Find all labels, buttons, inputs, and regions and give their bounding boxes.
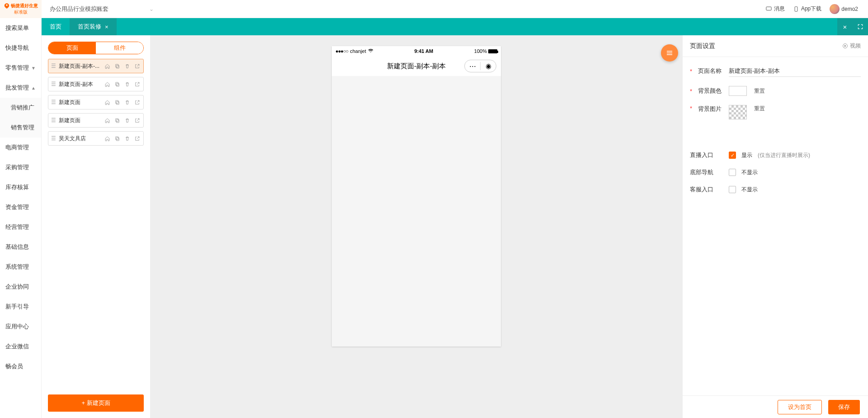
avatar	[830, 4, 840, 14]
svg-rect-7	[115, 100, 118, 104]
drag-icon[interactable]: ☰	[51, 81, 56, 87]
live-entry-row: 直播入口 ✓ 显示 (仅当进行直播时展示)	[690, 151, 861, 159]
sidebar-item[interactable]: 企业协同	[0, 277, 41, 297]
home-icon[interactable]	[104, 81, 111, 88]
sidebar: 搜索菜单快捷导航零售管理▼批发管理▲营销推广销售管理电商管理采购管理库存核算资金…	[0, 18, 42, 418]
service-entry-checkbox[interactable]	[729, 186, 736, 193]
new-page-button[interactable]: + 新建页面	[48, 394, 144, 412]
messages-link[interactable]: 消息	[765, 5, 785, 13]
page-list-item[interactable]: ☰新建页面-副本-...	[48, 59, 144, 73]
copy-icon[interactable]	[113, 81, 121, 88]
sidebar-item[interactable]: 应用中心	[0, 317, 41, 337]
external-icon[interactable]	[133, 135, 141, 142]
sidebar-item[interactable]: 批发管理▲	[0, 78, 41, 98]
user-menu[interactable]: demo2	[830, 4, 858, 14]
drag-icon[interactable]: ☰	[51, 135, 56, 142]
tab-page-decor[interactable]: 首页装修 ×	[70, 18, 117, 35]
expand-icon	[857, 24, 863, 30]
sidebar-item[interactable]: 快捷导航	[0, 38, 41, 58]
fullscreen-button[interactable]	[853, 18, 868, 35]
sidebar-item[interactable]: 畅会员	[0, 356, 41, 376]
top-header: 畅捷通好生意 标准版 办公用品行业模拟账套 ⌄ 消息 App下载 demo2	[0, 0, 868, 18]
trash-icon[interactable]	[123, 99, 131, 106]
drag-icon[interactable]: ☰	[51, 117, 56, 124]
svg-rect-6	[116, 101, 119, 104]
brand-name: 畅捷通好生意	[11, 3, 38, 9]
bottom-nav-checkbox[interactable]	[729, 169, 736, 176]
capsule-more-icon[interactable]: ⋯	[465, 62, 480, 70]
trash-icon[interactable]	[123, 135, 131, 142]
trash-icon[interactable]	[123, 117, 131, 124]
copy-icon[interactable]	[113, 99, 121, 106]
sidebar-item[interactable]: 基础信息	[0, 237, 41, 257]
bg-color-swatch[interactable]	[729, 86, 747, 96]
svg-rect-11	[115, 137, 118, 140]
user-name: demo2	[841, 6, 858, 12]
settings-panel: 页面设置 视频 * 页面名称 * 背景颜色 重置	[683, 35, 868, 418]
trash-icon[interactable]	[123, 81, 131, 88]
home-icon[interactable]	[104, 117, 111, 124]
page-list-item[interactable]: ☰昊天文具店	[48, 131, 144, 146]
capsule-close-icon[interactable]: ◉	[481, 62, 496, 70]
bg-color-reset[interactable]: 重置	[754, 87, 765, 95]
bottom-nav-row: 底部导航 不显示	[690, 168, 861, 176]
home-icon[interactable]	[104, 99, 111, 106]
sidebar-item[interactable]: 新手引导	[0, 297, 41, 317]
phone-time: 9:41 AM	[373, 48, 474, 54]
chevron-icon: ▼	[31, 66, 36, 71]
copy-icon[interactable]	[113, 117, 121, 124]
settings-body: * 页面名称 * 背景颜色 重置 * 背景图片 重置	[683, 57, 868, 202]
top-right-actions: 消息 App下载 demo2	[765, 4, 868, 14]
page-name-input[interactable]	[729, 65, 861, 77]
home-icon[interactable]	[104, 62, 111, 70]
canvas-area: ●●●○○ chanjet 9:41 AM 100% 新建页面-副本-副本 ⋯	[150, 35, 683, 418]
sidebar-item[interactable]: 资金管理	[0, 197, 41, 217]
tab-home[interactable]: 首页	[42, 18, 70, 35]
segment-component[interactable]: 组件	[96, 42, 143, 54]
phone-icon	[793, 6, 799, 12]
sidebar-item[interactable]: 销售管理	[0, 118, 41, 138]
battery-label: 100%	[474, 48, 487, 54]
tab-bar: 首页 首页装修 × ×	[42, 18, 868, 35]
svg-rect-3	[115, 64, 118, 67]
app-download-link[interactable]: App下载	[793, 5, 821, 13]
phone-body[interactable]	[332, 76, 501, 347]
save-button[interactable]: 保存	[828, 400, 860, 414]
page-list-item[interactable]: ☰新建页面	[48, 113, 144, 128]
close-icon[interactable]: ×	[105, 24, 108, 30]
home-icon[interactable]	[104, 135, 111, 142]
external-icon[interactable]	[133, 81, 141, 88]
set-home-button[interactable]: 设为首页	[778, 400, 822, 414]
sidebar-item[interactable]: 电商管理	[0, 138, 41, 157]
drag-icon[interactable]: ☰	[51, 63, 56, 69]
copy-icon[interactable]	[113, 62, 121, 70]
sidebar-item[interactable]: 零售管理▼	[0, 58, 41, 78]
live-entry-checkbox[interactable]: ✓	[729, 152, 736, 159]
external-icon[interactable]	[133, 117, 141, 124]
segment-page[interactable]: 页面	[48, 42, 96, 54]
video-help-link[interactable]: 视频	[842, 42, 861, 50]
account-selector[interactable]: 办公用品行业模拟账套 ⌄	[50, 5, 154, 13]
sidebar-item[interactable]: 采购管理	[0, 157, 41, 177]
page-name-field: * 页面名称	[690, 65, 861, 77]
page-name-label: 新建页面	[59, 99, 101, 106]
drag-icon[interactable]: ☰	[51, 99, 56, 105]
sidebar-item[interactable]: 企业微信	[0, 337, 41, 356]
bg-image-reset[interactable]: 重置	[754, 105, 765, 113]
tab-close-all-button[interactable]: ×	[837, 18, 853, 35]
copy-icon[interactable]	[113, 135, 121, 142]
page-list-item[interactable]: ☰新建页面	[48, 95, 144, 109]
sidebar-item[interactable]: 系统管理	[0, 257, 41, 277]
sidebar-item[interactable]: 营销推广	[0, 98, 41, 118]
bg-image-picker[interactable]	[729, 105, 747, 119]
sidebar-item[interactable]: 库存核算	[0, 177, 41, 197]
sidebar-item[interactable]: 搜索菜单	[0, 18, 41, 38]
external-icon[interactable]	[133, 99, 141, 106]
svg-rect-10	[116, 138, 119, 141]
toggle-panel-button[interactable]	[661, 44, 678, 62]
sidebar-item[interactable]: 经营管理	[0, 217, 41, 237]
trash-icon[interactable]	[123, 62, 131, 70]
external-icon[interactable]	[133, 62, 141, 70]
page-list-panel: 页面 组件 ☰新建页面-副本-...☰新建页面-副本☰新建页面☰新建页面☰昊天文…	[42, 35, 150, 418]
page-list-item[interactable]: ☰新建页面-副本	[48, 77, 144, 91]
